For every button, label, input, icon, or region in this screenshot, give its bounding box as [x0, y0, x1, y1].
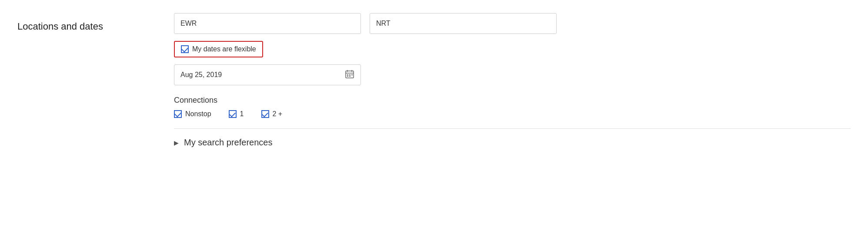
connection-nonstop[interactable]: Nonstop [174, 110, 211, 118]
search-preferences-row[interactable]: ▶ My search preferences [174, 138, 851, 148]
section-divider [174, 128, 851, 129]
svg-rect-7 [347, 76, 348, 77]
two-plus-stop-label: 2 + [273, 110, 283, 118]
search-preferences-label: My search preferences [184, 138, 272, 148]
date-value: Aug 25, 2019 [180, 71, 345, 79]
connections-title: Connections [174, 96, 851, 105]
page-container: Locations and dates My dates are flexibl… [0, 0, 868, 242]
connections-section: Connections Nonstop 1 2 + [174, 96, 851, 118]
svg-rect-4 [347, 74, 348, 75]
nonstop-label: Nonstop [185, 110, 211, 118]
connection-1[interactable]: 1 [229, 110, 244, 118]
airport-row [174, 13, 851, 34]
nonstop-checkbox[interactable] [174, 110, 182, 118]
form-area: My dates are flexible Aug 25, 2019 [148, 13, 851, 148]
one-stop-label: 1 [240, 110, 244, 118]
origin-input[interactable] [174, 13, 361, 34]
svg-rect-5 [349, 74, 351, 75]
svg-rect-6 [351, 74, 353, 75]
two-plus-stop-checkbox[interactable] [261, 110, 269, 118]
svg-rect-8 [349, 76, 351, 77]
flexible-dates-checkbox[interactable] [181, 45, 189, 53]
destination-input[interactable] [370, 13, 557, 34]
chevron-right-icon: ▶ [174, 139, 179, 146]
connection-2plus[interactable]: 2 + [261, 110, 283, 118]
flexible-dates-checkbox-wrapper[interactable]: My dates are flexible [174, 41, 263, 57]
connections-options: Nonstop 1 2 + [174, 110, 851, 118]
date-input-row[interactable]: Aug 25, 2019 [174, 64, 361, 85]
flexible-dates-label: My dates are flexible [192, 45, 256, 53]
one-stop-checkbox[interactable] [229, 110, 237, 118]
calendar-icon [345, 69, 354, 81]
section-title: Locations and dates [17, 13, 148, 32]
